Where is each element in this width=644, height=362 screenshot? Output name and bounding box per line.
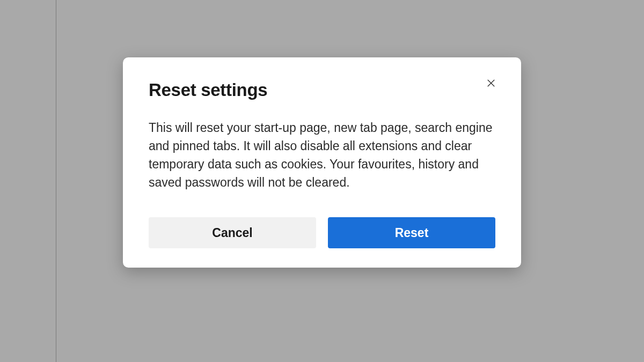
divider-line xyxy=(56,0,56,362)
dialog-title: Reset settings xyxy=(149,80,495,100)
reset-button[interactable]: Reset xyxy=(328,217,495,248)
cancel-button[interactable]: Cancel xyxy=(149,217,316,248)
close-icon xyxy=(486,78,496,88)
dialog-body-text: This will reset your start-up page, new … xyxy=(149,119,495,191)
dialog-actions: Cancel Reset xyxy=(149,217,495,248)
reset-settings-dialog: Reset settings This will reset your star… xyxy=(123,57,521,268)
close-button[interactable] xyxy=(484,76,499,91)
dialog-header: Reset settings xyxy=(149,80,495,100)
